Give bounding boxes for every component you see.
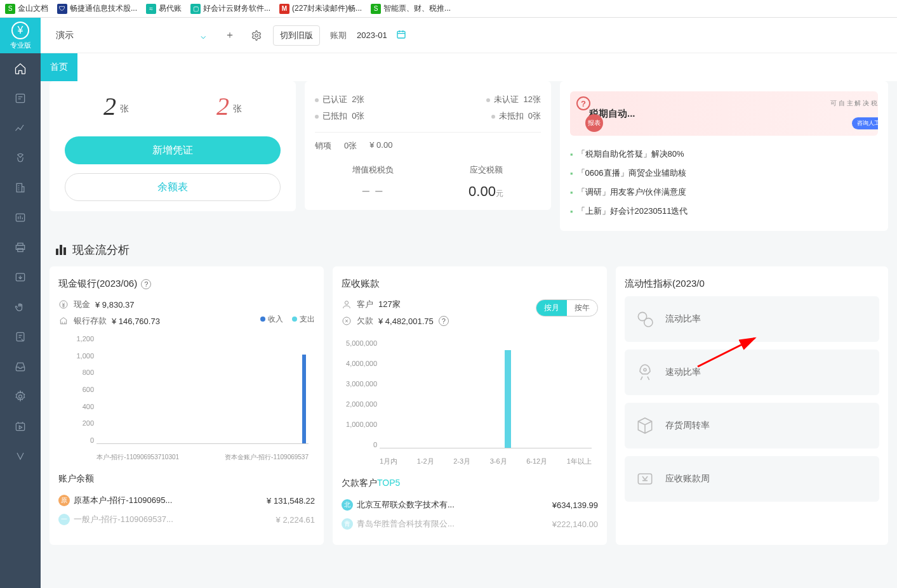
account-value: ¥ 2,224.61 — [276, 515, 315, 525]
bookmark-item[interactable]: ▢好会计云财务软件... — [190, 3, 270, 14]
liquidity-panel: 流动性指标(2023/0 流动比率 速动比率 存货周转率 — [616, 266, 888, 545]
nav-voucher-icon[interactable] — [0, 83, 41, 113]
toggle-month[interactable]: 按月 — [536, 300, 567, 316]
svg-point-13 — [345, 301, 348, 304]
news-item[interactable]: 「调研」用友客户/伙伴满意度 — [570, 183, 878, 202]
top-customer-row[interactable]: 北 北京互帮联众数字技术有... ¥634,139.99 — [342, 495, 598, 514]
debt-icon — [342, 316, 352, 326]
liquidity-tile[interactable]: 速动比率 — [625, 350, 879, 395]
nav-settings-icon[interactable] — [0, 381, 41, 411]
nav-v-icon[interactable] — [0, 441, 41, 471]
help-icon[interactable]: ? — [141, 279, 151, 289]
svg-rect-4 — [18, 243, 23, 245]
nav-download-icon[interactable] — [0, 262, 41, 292]
bookmark-item[interactable]: 🛡畅捷通信息技术股... — [57, 3, 137, 14]
bookmark-label: 智能票、财、税推... — [383, 3, 451, 14]
nav-hand-icon[interactable] — [0, 292, 41, 322]
logo[interactable]: ¥ 专业版 — [0, 18, 41, 53]
customer-label: 客户 — [357, 299, 373, 310]
legend-income: 收入 — [268, 315, 283, 323]
bookmark-item[interactable]: S金山文档 — [5, 3, 48, 14]
logo-text: 专业版 — [10, 41, 31, 50]
bank-value: ¥ 146,760.73 — [112, 317, 160, 326]
logo-icon: ¥ — [11, 22, 29, 39]
account-row[interactable]: 原 原基本户-招行-11090695... ¥ 131,548.22 — [58, 491, 315, 510]
banner-red-tag: 报表 — [585, 114, 603, 132]
chevron-down-icon: ⌵ — [201, 30, 206, 41]
invoice-label: 未抵扣 — [499, 111, 524, 121]
cash-chart: 1,2001,0008006004002000 本户-招行-1109069537… — [58, 335, 315, 462]
bookmark-label: 金山文档 — [18, 3, 48, 14]
customer-value: ¥222,140.00 — [552, 519, 598, 529]
toggle-year[interactable]: 按年 — [567, 300, 597, 316]
liquidity-tile[interactable]: 流动比率 — [625, 296, 879, 342]
liquidity-tile[interactable]: 存货周转率 — [625, 403, 879, 448]
svg-point-17 — [644, 369, 646, 371]
nav-home-icon[interactable] — [0, 53, 41, 83]
bookmark-item[interactable]: ≈易代账 — [146, 3, 182, 14]
yen-icon — [58, 299, 69, 310]
svg-rect-11 — [397, 31, 405, 38]
customer-value: 127家 — [378, 299, 401, 310]
switch-old-button[interactable]: 切到旧版 — [273, 25, 320, 46]
account-badge: 一 — [58, 514, 70, 525]
voucher-count-2: 2 — [216, 91, 229, 121]
news-item[interactable]: 「税期自助化答疑」解决80% — [570, 145, 878, 164]
unit-label: 张 — [120, 103, 129, 121]
account-row[interactable]: 一 一般户-招行-1109069537... ¥ 2,224.61 — [58, 510, 315, 529]
box-icon — [634, 414, 656, 437]
bookmark-item[interactable]: M(227封未读邮件)畅... — [279, 3, 362, 14]
user-icon — [342, 299, 352, 310]
question-icon: ? — [576, 96, 590, 110]
news-item[interactable]: 「0606直播」商贸企业辅助核 — [570, 164, 878, 183]
account-value: ¥ 131,548.22 — [267, 496, 315, 506]
help-icon[interactable]: ? — [439, 316, 449, 326]
promo-banner[interactable]: ? 税期自动... 可 自 主 解 决 税 期 8 0 % 报表 咨询人工可 — [570, 91, 878, 136]
cash-value: ¥ 9,830.37 — [95, 300, 134, 310]
top5-title: 欠款客户TOP5 — [342, 478, 598, 489]
chart-bar — [302, 355, 306, 443]
rocket-icon — [634, 361, 656, 384]
customer-name: 北京互帮联众数字技术有... — [357, 499, 552, 511]
tile-label: 流动比率 — [665, 313, 701, 325]
invoice-label: 已认证 — [322, 95, 347, 104]
invoice-value: 0张 — [352, 111, 364, 121]
cashflow-section-title: 现金流分析 — [41, 231, 897, 266]
nav-chart-icon[interactable] — [0, 113, 41, 143]
add-button[interactable]: ＋ — [220, 25, 240, 46]
top-customer-row[interactable]: 青 青岛华胜普合科技有限公... ¥222,140.00 — [342, 514, 598, 533]
x-tick: 资本金账户-招行-1109069537 — [225, 453, 309, 462]
period-toggle[interactable]: 按月 按年 — [536, 299, 598, 317]
nav-print-icon[interactable] — [0, 232, 41, 262]
liquidity-tile[interactable]: 应收账款周 — [625, 456, 879, 502]
nav-report-icon[interactable] — [0, 202, 41, 232]
nav-receipt-icon[interactable] — [0, 322, 41, 351]
invoice-card: 已认证 2张 未认证 12张 已抵扣 0张 未抵扣 0张 销项 0张 ¥ 0.0… — [305, 81, 551, 210]
bookmark-icon: M — [279, 4, 289, 14]
cash-panel: 现金银行(2023/06) ? 现金 ¥ 9,830.37 银行存款 ¥ 146… — [50, 266, 324, 545]
news-item[interactable]: 「上新」好会计20230511迭代 — [570, 202, 878, 221]
news-list: 「税期自助化答疑」解决80% 「0606直播」商贸企业辅助核 「调研」用友客户/… — [570, 145, 878, 221]
voucher-count-1: 2 — [103, 91, 116, 121]
new-voucher-button[interactable]: 新增凭证 — [65, 136, 281, 164]
nav-money-icon[interactable] — [0, 143, 41, 173]
company-dropdown[interactable]: 演示 ⌵ — [48, 24, 213, 47]
nav-video-icon[interactable] — [0, 411, 41, 441]
tab-home[interactable]: 首页 — [41, 53, 77, 81]
bookmark-item[interactable]: S智能票、财、税推... — [371, 3, 451, 14]
sale-count: 0张 — [344, 140, 357, 152]
bookmark-icon: S — [5, 4, 15, 14]
unit-label: 张 — [233, 103, 242, 121]
svg-rect-5 — [18, 248, 23, 251]
tabs: 首页 — [41, 53, 897, 81]
calendar-icon[interactable] — [396, 29, 406, 42]
nav-building-icon[interactable] — [0, 173, 41, 202]
svg-rect-18 — [638, 474, 651, 484]
ar-panel: 应收账款 客户 127家 欠款 ¥ 4,482,001.75 ? — [333, 266, 607, 545]
tile-label: 应收账款周 — [665, 473, 710, 485]
balance-sheet-button[interactable]: 余额表 — [65, 173, 281, 201]
gear-icon[interactable] — [246, 25, 267, 46]
nav-inbox-icon[interactable] — [0, 351, 41, 381]
customer-value: ¥634,139.99 — [552, 500, 598, 510]
account-name: 原基本户-招行-11090695... — [74, 495, 267, 506]
